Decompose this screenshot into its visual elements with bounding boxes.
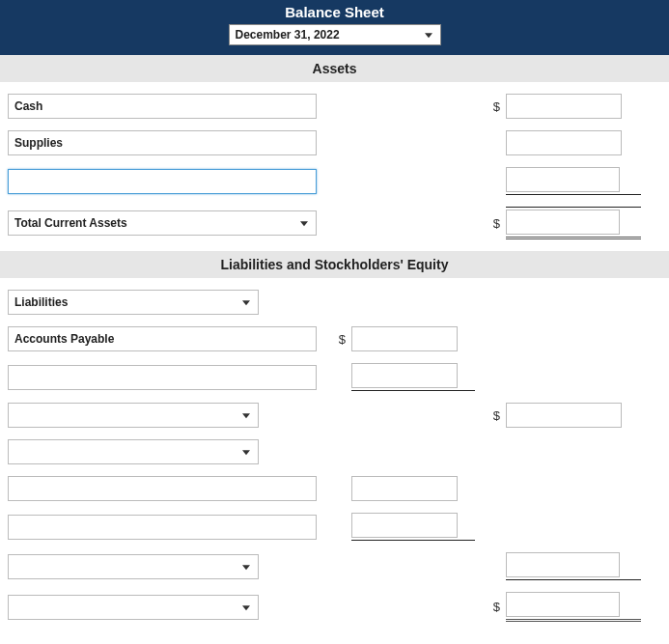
currency-symbol: $ (490, 408, 506, 423)
asset-total-select[interactable]: Total Current Assets (8, 210, 317, 236)
currency-symbol: $ (490, 216, 506, 231)
section-liab-header: Liabilities and Stockholders' Equity (0, 251, 669, 278)
liab-total-amount[interactable] (506, 592, 620, 617)
asset-total-select-value: Total Current Assets (14, 216, 127, 230)
asset-amount-1[interactable] (506, 94, 622, 119)
date-select[interactable]: December 31, 2022 (229, 24, 441, 45)
liab-section-select-1-value: Liabilities (14, 295, 68, 309)
liab-subtotal-amount-2[interactable] (506, 552, 620, 577)
asset-label-1[interactable] (8, 94, 317, 119)
liab-section-select-2[interactable] (8, 439, 259, 464)
assets-grid: $ Total Current Assets $ (0, 82, 669, 251)
equity-label-2[interactable] (8, 515, 317, 540)
date-select-value: December 31, 2022 (236, 28, 340, 42)
liab-section-select-1[interactable]: Liabilities (8, 290, 259, 315)
header-bar: Balance Sheet December 31, 2022 (0, 0, 669, 55)
liab-total-select[interactable] (8, 595, 259, 620)
equity-label-1[interactable] (8, 476, 317, 501)
page-title: Balance Sheet (0, 4, 669, 24)
liab-label-1[interactable] (8, 326, 317, 351)
asset-amount-2[interactable] (506, 130, 622, 155)
section-assets-header: Assets (0, 55, 669, 82)
currency-symbol: $ (490, 600, 506, 614)
equity-amount-1[interactable] (351, 476, 458, 501)
liab-label-2[interactable] (8, 365, 317, 390)
asset-amount-3[interactable] (506, 167, 620, 192)
currency-symbol: $ (336, 332, 351, 347)
liab-subtotal-amount-1[interactable] (506, 403, 622, 428)
liab-subtotal-select-2[interactable] (8, 554, 259, 579)
asset-label-3[interactable] (8, 169, 317, 194)
liab-amount-2[interactable] (351, 363, 458, 388)
liab-subtotal-select-1[interactable] (8, 403, 259, 428)
currency-symbol: $ (490, 99, 506, 114)
liab-amount-1[interactable] (351, 326, 458, 351)
equity-amount-2[interactable] (351, 513, 458, 538)
asset-total-amount[interactable] (506, 210, 620, 235)
asset-label-2[interactable] (8, 130, 317, 155)
liab-grid: Liabilities $ $ (0, 278, 669, 633)
